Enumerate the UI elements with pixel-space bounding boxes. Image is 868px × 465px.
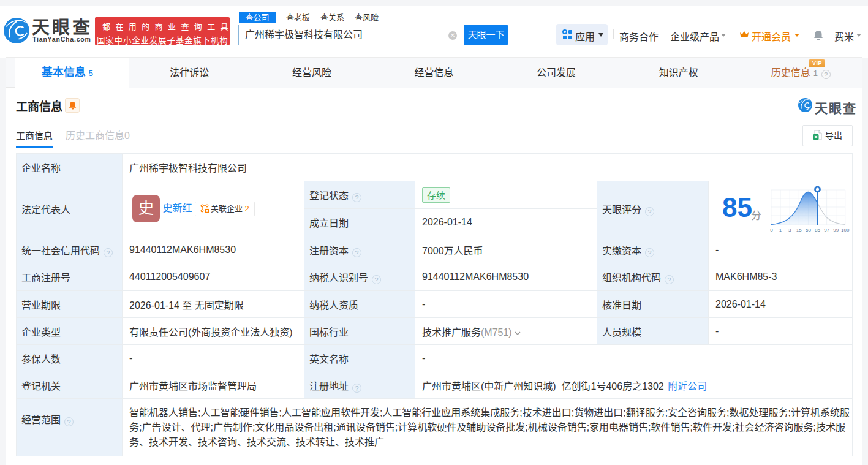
svg-text:0: 0: [770, 227, 773, 233]
svg-text:1: 1: [779, 227, 782, 233]
svg-text:50: 50: [806, 227, 811, 233]
svg-text:15: 15: [796, 227, 802, 233]
svg-text:97: 97: [824, 227, 829, 233]
svg-text:100: 100: [841, 227, 850, 233]
svg-text:85: 85: [815, 227, 820, 233]
svg-text:99: 99: [833, 227, 839, 233]
svg-text:3: 3: [788, 227, 791, 233]
